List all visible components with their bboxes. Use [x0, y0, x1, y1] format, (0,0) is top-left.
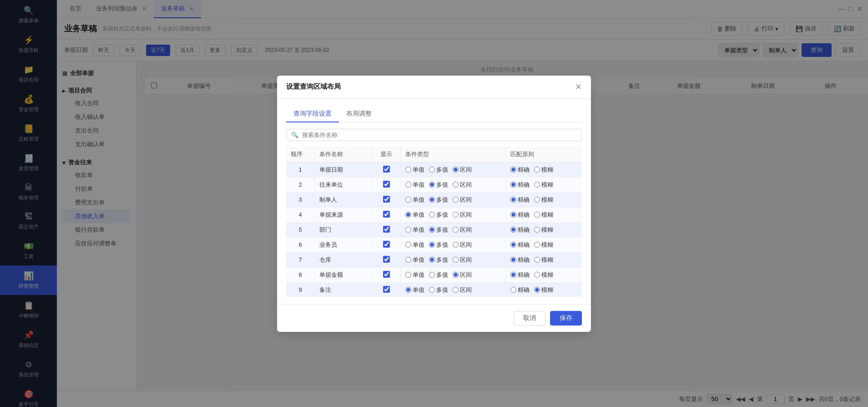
- type-radio[interactable]: [453, 257, 459, 263]
- type-radio[interactable]: [429, 272, 435, 278]
- type-radio[interactable]: [429, 197, 435, 203]
- type-radio-option[interactable]: 单值: [405, 181, 424, 189]
- type-radio-option[interactable]: 单值: [405, 166, 424, 174]
- match-radio-option[interactable]: 精确: [510, 196, 530, 204]
- type-radio[interactable]: [405, 182, 411, 188]
- type-radio[interactable]: [429, 182, 435, 188]
- type-radio-option[interactable]: 多值: [429, 241, 448, 249]
- match-radio[interactable]: [510, 287, 516, 293]
- type-radio-option[interactable]: 区间: [453, 226, 472, 234]
- type-radio-option[interactable]: 多值: [429, 181, 448, 189]
- type-radio-option[interactable]: 多值: [429, 196, 448, 204]
- type-radio[interactable]: [405, 287, 411, 293]
- match-radio-option[interactable]: 精确: [510, 166, 530, 174]
- modal-search-input[interactable]: [302, 132, 577, 138]
- match-radio[interactable]: [510, 182, 516, 188]
- show-checkbox[interactable]: [383, 241, 390, 248]
- type-radio-option[interactable]: 多值: [429, 256, 448, 264]
- type-radio-option[interactable]: 区间: [453, 256, 472, 264]
- type-radio-option[interactable]: 区间: [453, 286, 472, 294]
- match-radio[interactable]: [510, 197, 516, 203]
- type-radio[interactable]: [429, 167, 435, 173]
- type-radio[interactable]: [429, 227, 435, 233]
- show-checkbox[interactable]: [383, 196, 390, 203]
- match-radio-option[interactable]: 精确: [510, 256, 530, 264]
- type-radio[interactable]: [405, 212, 411, 218]
- type-radio-option[interactable]: 多值: [429, 286, 448, 294]
- match-radio-option[interactable]: 模糊: [534, 211, 553, 219]
- type-radio[interactable]: [453, 227, 459, 233]
- match-radio-option[interactable]: 模糊: [534, 286, 553, 294]
- type-radio[interactable]: [453, 287, 459, 293]
- type-radio-option[interactable]: 区间: [453, 241, 472, 249]
- type-radio[interactable]: [453, 197, 459, 203]
- type-radio-option[interactable]: 区间: [453, 181, 472, 189]
- match-radio-option[interactable]: 模糊: [534, 226, 553, 234]
- match-radio-option[interactable]: 模糊: [534, 166, 553, 174]
- match-radio[interactable]: [510, 257, 516, 263]
- type-radio[interactable]: [429, 287, 435, 293]
- type-radio[interactable]: [405, 227, 411, 233]
- type-radio-option[interactable]: 单值: [405, 226, 424, 234]
- type-radio[interactable]: [405, 257, 411, 263]
- type-radio-option[interactable]: 单值: [405, 271, 424, 279]
- show-checkbox[interactable]: [383, 181, 390, 188]
- match-radio-option[interactable]: 精确: [510, 271, 530, 279]
- type-radio[interactable]: [405, 167, 411, 173]
- type-radio-option[interactable]: 单值: [405, 241, 424, 249]
- match-radio[interactable]: [534, 257, 540, 263]
- show-checkbox[interactable]: [383, 226, 390, 233]
- match-radio[interactable]: [534, 242, 540, 248]
- match-radio[interactable]: [510, 272, 516, 278]
- type-radio[interactable]: [405, 197, 411, 203]
- type-radio[interactable]: [453, 242, 459, 248]
- type-radio[interactable]: [405, 242, 411, 248]
- match-radio[interactable]: [510, 227, 516, 233]
- show-checkbox[interactable]: [383, 166, 390, 173]
- type-radio-option[interactable]: 多值: [429, 166, 448, 174]
- match-radio-option[interactable]: 模糊: [534, 241, 553, 249]
- modal-tab-fields[interactable]: 查询字段设置: [286, 106, 339, 122]
- modal-close-button[interactable]: ✕: [575, 82, 582, 92]
- match-radio[interactable]: [534, 272, 540, 278]
- match-radio[interactable]: [510, 242, 516, 248]
- cancel-button[interactable]: 取消: [514, 311, 545, 326]
- type-radio-option[interactable]: 多值: [429, 271, 448, 279]
- match-radio[interactable]: [534, 167, 540, 173]
- modal-tab-layout[interactable]: 布局调整: [339, 106, 379, 122]
- show-checkbox[interactable]: [383, 271, 390, 278]
- type-radio[interactable]: [429, 212, 435, 218]
- match-radio-option[interactable]: 模糊: [534, 196, 553, 204]
- modal-save-button[interactable]: 保存: [550, 311, 582, 326]
- match-radio[interactable]: [510, 212, 516, 218]
- type-radio[interactable]: [453, 167, 459, 173]
- show-checkbox[interactable]: [383, 211, 390, 218]
- type-radio-option[interactable]: 多值: [429, 211, 448, 219]
- match-radio[interactable]: [534, 227, 540, 233]
- type-radio-option[interactable]: 单值: [405, 196, 424, 204]
- match-radio-option[interactable]: 精确: [510, 226, 530, 234]
- match-radio-option[interactable]: 精确: [510, 241, 530, 249]
- type-radio-option[interactable]: 单值: [405, 256, 424, 264]
- match-radio-option[interactable]: 精确: [510, 286, 530, 294]
- type-radio-option[interactable]: 多值: [429, 226, 448, 234]
- match-radio[interactable]: [534, 212, 540, 218]
- type-radio-option[interactable]: 区间: [453, 211, 472, 219]
- type-radio[interactable]: [429, 257, 435, 263]
- type-radio[interactable]: [429, 242, 435, 248]
- match-radio-option[interactable]: 模糊: [534, 256, 553, 264]
- show-checkbox[interactable]: [383, 256, 390, 263]
- match-radio-option[interactable]: 精确: [510, 181, 530, 189]
- type-radio[interactable]: [405, 272, 411, 278]
- type-radio-option[interactable]: 区间: [453, 271, 472, 279]
- type-radio[interactable]: [453, 182, 459, 188]
- match-radio-option[interactable]: 精确: [510, 211, 530, 219]
- match-radio-option[interactable]: 模糊: [534, 271, 553, 279]
- match-radio[interactable]: [534, 197, 540, 203]
- type-radio[interactable]: [453, 212, 459, 218]
- type-radio-option[interactable]: 区间: [453, 196, 472, 204]
- show-checkbox[interactable]: [383, 286, 390, 293]
- match-radio[interactable]: [534, 182, 540, 188]
- type-radio-option[interactable]: 单值: [405, 286, 424, 294]
- match-radio-option[interactable]: 模糊: [534, 181, 553, 189]
